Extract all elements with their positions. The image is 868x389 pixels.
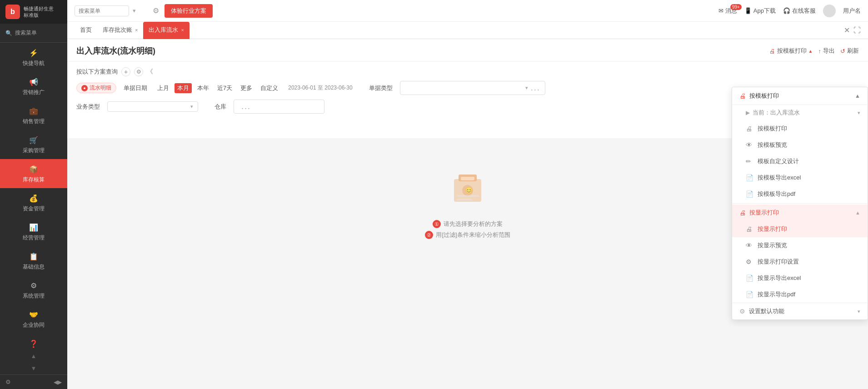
dropdown-display-print-settings[interactable]: ⚙ 按显示打印设置 <box>732 254 868 270</box>
trial-btn[interactable]: 体验行业方案 <box>165 4 213 18</box>
date-range-display: 2023-06-01 至 2023-06-30 <box>288 84 352 92</box>
inventory-icon: 📦 <box>28 164 39 175</box>
filter-add-btn[interactable]: + <box>121 67 130 76</box>
print-btn-label: 按模板打印 <box>777 47 807 55</box>
display-print-icon: 🖨 <box>746 225 753 233</box>
close-all-tabs-icon[interactable]: ✕ <box>844 26 850 35</box>
tab-inventory-batch-close[interactable]: × <box>135 27 138 33</box>
finance-icon: 💰 <box>28 193 39 204</box>
date-shortcut-custom[interactable]: 自定义 <box>258 83 281 93</box>
settings-icon[interactable]: ⚙ <box>5 379 11 385</box>
phone-icon: 📱 <box>744 7 752 14</box>
dropdown-display-print[interactable]: 🖨 按显示打印 <box>732 221 868 237</box>
tab-home[interactable]: 首页 <box>75 22 97 39</box>
sidebar-item-marketing[interactable]: 📢 营销推广 <box>0 72 67 101</box>
sidebar-item-purchase[interactable]: 🛒 采购管理 <box>0 130 67 159</box>
quick-nav-icon: ⚡ <box>28 47 39 58</box>
empty-hint-1: ① 请先选择要分析的方案 <box>433 220 503 228</box>
date-shortcut-this-year[interactable]: 本年 <box>195 83 212 93</box>
empty-hint-2: ② 用[过滤]条件来缩小分析范围 <box>425 231 510 239</box>
sidebar-item-operations[interactable]: 📊 经营管理 <box>0 217 67 246</box>
template-pdf-icon: 📄 <box>746 190 753 198</box>
dropdown-template-pdf[interactable]: 📄 按模板导出pdf <box>732 186 868 202</box>
print-dropdown-chevron: ▲ <box>808 49 813 54</box>
export-btn-label: 导出 <box>823 47 835 55</box>
dropdown-template-header[interactable]: 🖨 按模板打印 ▲ <box>732 87 868 105</box>
current-label-icon: ▶ <box>746 110 750 116</box>
biz-type-select[interactable]: ▾ <box>107 101 198 112</box>
topbar-search-input[interactable] <box>75 5 129 16</box>
sidebar-item-system[interactable]: ⚙ 系统管理 <box>0 275 67 304</box>
online-service-btn[interactable]: 🎧 在线客服 <box>783 7 816 15</box>
dropdown-footer[interactable]: ⚙ 设置默认功能 ▾ <box>732 303 868 319</box>
sidebar-item-quick-nav[interactable]: ⚡ 快捷导航 <box>0 43 67 72</box>
dropdown-display-excel[interactable]: 📄 按显示导出excel <box>732 270 868 286</box>
display-section-label: 按显示打印 <box>749 209 779 217</box>
sidebar-item-sales[interactable]: 💼 销售管理 <box>0 101 67 130</box>
sidebar-item-basic-info[interactable]: 📋 基础信息 <box>0 246 67 275</box>
dropdown-template-excel[interactable]: 📄 按模板导出excel <box>732 170 868 186</box>
filter-label-group: 按以下方案查询 + ⚙ 《 <box>76 67 153 76</box>
date-shortcut-last-month[interactable]: 上月 <box>155 83 172 93</box>
dropdown-template-design[interactable]: ✏ 模板自定义设计 <box>732 153 868 170</box>
expand-icon[interactable]: ⛶ <box>853 26 861 35</box>
dropdown-divider <box>732 203 868 204</box>
search-icon: 🔍 <box>5 30 12 36</box>
type-filter-label: 单据类型 <box>369 84 393 92</box>
messages-btn[interactable]: ✉ 消息 99+ <box>718 7 737 15</box>
footer-settings-icon: ⚙ <box>739 308 745 315</box>
service-icon: 🎧 <box>783 7 790 14</box>
topbar-dropdown-icon[interactable]: ▾ <box>133 7 136 14</box>
filter-row-top: 按以下方案查询 + ⚙ 《 <box>76 67 859 76</box>
sales-icon: 💼 <box>28 105 39 116</box>
template-preview-icon: 👁 <box>746 141 753 149</box>
date-shortcut-more[interactable]: 更多 <box>238 83 255 93</box>
sidebar-item-newbie[interactable]: ❓ 新手引导 <box>0 334 67 350</box>
dropdown-template-preview[interactable]: 👁 按模板预览 <box>732 137 868 153</box>
dropdown-template-print[interactable]: 🖨 按模板打印 <box>732 120 868 137</box>
display-excel-icon: 📄 <box>746 274 753 282</box>
template-pdf-label: 按模板导出pdf <box>758 190 795 198</box>
refresh-btn[interactable]: ↺ 刷新 <box>840 47 859 55</box>
tab-inout-flow[interactable]: 出入库流水 × <box>143 22 189 39</box>
sidebar-item-finance[interactable]: 💰 资金管理 <box>0 188 67 217</box>
sidebar-item-cooperation[interactable]: 🤝 企业协同 <box>0 304 67 334</box>
topbar-gear-icon[interactable]: ⚙ <box>153 6 159 15</box>
warehouse-more[interactable]: ... <box>241 102 251 111</box>
template-print-label: 按模板打印 <box>758 125 787 133</box>
display-section-chevron: ▲ <box>855 210 860 215</box>
tabbar-right: ✕ ⛶ <box>844 26 861 35</box>
sidebar-search-btn[interactable]: 🔍 搜索菜单 <box>5 27 62 39</box>
marketing-icon: 📢 <box>28 76 39 87</box>
sidebar: b 畅捷通好生意 标准版 🔍 搜索菜单 ⚡ 快捷导航 📢 营销推广 💼 销售管理… <box>0 0 67 389</box>
dropdown-template-title: 按模板打印 <box>749 92 779 100</box>
sidebar-collapse-icon[interactable]: ◀▶ <box>54 379 62 385</box>
app-download-btn[interactable]: 📱 App下载 <box>744 7 776 15</box>
svg-text:😊: 😊 <box>465 187 473 194</box>
dropdown-display-pdf[interactable]: 📄 按显示导出pdf <box>732 286 868 303</box>
warehouse-select[interactable]: ... <box>234 100 324 114</box>
topbar: ▾ ⚙ 体验行业方案 ✉ 消息 99+ 📱 App下载 🎧 在线客服 用户名 <box>67 0 868 22</box>
tab-inout-flow-close[interactable]: × <box>181 27 184 33</box>
sidebar-scroll-up[interactable]: ▲ <box>0 350 67 362</box>
export-btn[interactable]: ↑ 导出 <box>818 47 835 55</box>
print-template-btn[interactable]: 🖨 按模板打印 ▲ <box>769 47 813 55</box>
filter-active-tag[interactable]: ● 流水明细 <box>76 83 116 93</box>
type-select-more[interactable]: ... <box>531 83 540 93</box>
date-shortcut-this-month[interactable]: 本月 <box>175 83 192 93</box>
filter-collapse-btn[interactable]: 《 <box>147 68 153 76</box>
topbar-brand: ▾ <box>75 5 147 16</box>
filter-section-label: 按以下方案查询 <box>76 68 118 76</box>
sidebar-item-inventory[interactable]: 📦 库存核算 <box>0 159 67 188</box>
print-dropdown-panel: 🖨 按模板打印 ▲ ▶ 当前：出入库流水 ▾ 🖨 按模板打印 👁 按模板预览 <box>732 87 868 320</box>
sidebar-scroll-down[interactable]: ▼ <box>0 362 67 374</box>
dropdown-display-preview[interactable]: 👁 按显示预览 <box>732 237 868 254</box>
sidebar-search-label: 搜索菜单 <box>15 29 37 37</box>
template-section-chevron: ▲ <box>855 93 860 99</box>
newbie-icon: ❓ <box>28 338 39 349</box>
filter-settings-btn[interactable]: ⚙ <box>134 67 143 76</box>
tab-inventory-batch[interactable]: 库存批次账 × <box>97 22 143 39</box>
date-shortcut-7days[interactable]: 近7天 <box>215 83 235 93</box>
type-filter-select[interactable]: ▾ ... <box>400 81 545 95</box>
dropdown-display-section[interactable]: 🖨 按显示打印 ▲ <box>732 204 868 221</box>
